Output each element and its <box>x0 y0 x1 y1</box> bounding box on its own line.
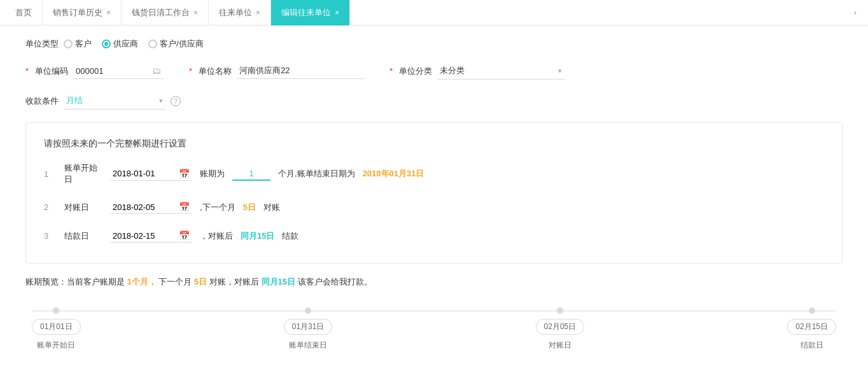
unit-code-required: * <box>25 66 29 76</box>
preview-reconcile-day: 5日 <box>194 277 207 286</box>
preview-payment-suffix: 该客户会给我打款。 <box>298 277 372 286</box>
tab-sales-order-history-close[interactable]: × <box>106 8 111 17</box>
radio-both-label: 客户/供应商 <box>160 38 204 50</box>
tab-partner-units-label: 往来单位 <box>219 7 252 18</box>
timeline-dot-2 <box>557 307 563 314</box>
unit-info-row: * 单位编码 🗂 * 单位名称 * 单位分类 未分类 ▾ <box>25 62 843 80</box>
period-num-input[interactable] <box>232 167 270 181</box>
period-label-2: 对账日 <box>64 202 102 213</box>
period-box: 请按照未来的一个完整帐期进行设置 1 账单开始日 📅 账期为 个月,账单结束日期… <box>25 122 843 264</box>
timeline-label-2: 对账日 <box>549 340 571 351</box>
period-suffix-3a: ，对账后 <box>200 230 233 242</box>
main-content: 单位类型 客户 供应商 客户/供应商 * 单位编码 <box>0 25 868 387</box>
payment-condition-help-icon[interactable]: ? <box>171 96 181 106</box>
unit-code-label: 单位编码 <box>35 66 68 77</box>
tab-cash-ledger-label: 钱货日清工作台 <box>132 7 190 18</box>
period-suffix-1b: 个月,账单结束日期为 <box>278 168 355 179</box>
timeline-badge-1: 01月31日 <box>284 319 333 335</box>
tab-home[interactable]: 首页 <box>5 0 43 25</box>
timeline-label-1: 账单结束日 <box>289 340 327 351</box>
preview-label: 账期预览：当前客户账期是 <box>25 277 125 286</box>
tab-cash-ledger-close[interactable]: × <box>193 8 198 17</box>
period-index-3: 3 <box>44 231 57 241</box>
preview-period: 1个月， <box>127 277 157 286</box>
unit-name-group: * 单位名称 <box>189 64 364 79</box>
tab-edit-partner[interactable]: 编辑往来单位 × <box>271 0 350 25</box>
period-row-1: 1 账单开始日 📅 账期为 个月,账单结束日期为 2018年01月31日 <box>44 162 824 185</box>
radio-group: 客户 供应商 客户/供应商 <box>64 38 204 50</box>
period-label-1: 账单开始日 <box>64 162 102 185</box>
unit-code-input[interactable] <box>73 64 150 78</box>
unit-category-select[interactable]: 未分类 ▾ <box>437 62 564 80</box>
radio-customer-circle <box>64 39 73 48</box>
payment-condition-row: 收款条件 月结 ▾ ? <box>25 92 843 109</box>
tab-edit-partner-close[interactable]: × <box>335 8 339 17</box>
payment-condition-value: 月结 <box>66 95 157 106</box>
payment-condition-label: 收款条件 <box>25 95 59 107</box>
period-date-3-wrap: 📅 <box>110 229 192 243</box>
period-date-2-input[interactable] <box>113 202 176 212</box>
preview-reconcile-suffix: 对账，对账后 <box>209 277 259 286</box>
period-row3-highlight: 同月15日 <box>241 230 274 242</box>
timeline-dot-3 <box>809 307 815 314</box>
period-date-1-input[interactable] <box>113 169 176 178</box>
period-end-date: 2018年01月31日 <box>363 168 424 179</box>
period-row2-highlight: 5日 <box>243 202 256 213</box>
payment-condition-select[interactable]: 月结 ▾ <box>64 92 165 109</box>
period-suffix-2a: ,下一个月 <box>200 202 235 213</box>
timeline-node-3: 02月15日 结款日 <box>787 303 836 351</box>
period-label-3: 结款日 <box>64 230 102 242</box>
period-suffix-2b: 对账 <box>263 202 280 213</box>
timeline-node-2: 02月05日 对账日 <box>536 303 585 351</box>
arrow-right-icon: › <box>854 8 857 17</box>
radio-supplier-circle <box>102 39 111 48</box>
tab-home-label: 首页 <box>15 7 32 18</box>
period-date-1-calendar-icon[interactable]: 📅 <box>179 169 190 179</box>
tabs-bar: 首页 销售订单历史 × 钱货日清工作台 × 往来单位 × 编辑往来单位 × › <box>0 0 868 25</box>
unit-name-input[interactable] <box>237 64 364 79</box>
unit-category-required: * <box>389 66 393 76</box>
timeline-badge-3: 02月15日 <box>787 319 836 335</box>
unit-category-arrow-icon: ▾ <box>558 67 562 75</box>
tab-sales-order-history[interactable]: 销售订单历史 × <box>43 0 122 25</box>
unit-type-label: 单位类型 <box>25 38 59 50</box>
payment-condition-arrow-icon: ▾ <box>159 97 163 105</box>
period-date-2-wrap: 📅 <box>110 201 192 214</box>
tab-edit-partner-label: 编辑往来单位 <box>281 7 331 18</box>
period-date-3-calendar-icon[interactable]: 📅 <box>179 230 190 241</box>
period-date-1-wrap: 📅 <box>110 167 192 181</box>
unit-code-field-wrap: 🗂 <box>73 64 164 79</box>
unit-type-group: 单位类型 客户 供应商 客户/供应商 <box>25 38 204 50</box>
unit-name-label: 单位名称 <box>199 66 232 77</box>
timeline-label-3: 结款日 <box>801 340 823 351</box>
period-row-3: 3 结款日 📅 ，对账后 同月15日 结款 <box>44 229 824 243</box>
tab-partner-units-close[interactable]: × <box>256 8 260 17</box>
tabs-arrow[interactable]: › <box>848 0 863 25</box>
unit-category-group: * 单位分类 未分类 ▾ <box>389 62 564 80</box>
period-date-3-input[interactable] <box>113 231 176 241</box>
unit-type-row: 单位类型 客户 供应商 客户/供应商 <box>25 38 843 50</box>
unit-code-group: * 单位编码 🗂 <box>25 64 164 79</box>
tab-cash-ledger[interactable]: 钱货日清工作台 × <box>122 0 209 25</box>
radio-customer[interactable]: 客户 <box>64 38 92 50</box>
timeline-label-0: 账单开始日 <box>37 340 75 351</box>
timeline-badge-2: 02月05日 <box>536 319 585 335</box>
period-index-1: 1 <box>44 169 57 179</box>
timeline-node-0: 01月01日 账单开始日 <box>32 303 81 351</box>
timeline-dot-0 <box>53 307 59 314</box>
unit-code-calendar-icon[interactable]: 🗂 <box>150 66 164 76</box>
radio-supplier[interactable]: 供应商 <box>102 38 138 50</box>
period-row-2: 2 对账日 📅 ,下一个月 5日 对账 <box>44 201 824 214</box>
timeline-badge-0: 01月01日 <box>32 319 81 335</box>
timeline-node-1: 01月31日 账单结束日 <box>284 303 333 351</box>
preview-text: 账期预览：当前客户账期是 1个月， 下一个月 5日 对账，对账后 同月15日 该… <box>25 276 843 288</box>
radio-both[interactable]: 客户/供应商 <box>148 38 204 50</box>
period-date-2-calendar-icon[interactable]: 📅 <box>179 202 190 212</box>
unit-name-required: * <box>189 66 192 76</box>
radio-customer-label: 客户 <box>75 38 92 50</box>
tab-partner-units[interactable]: 往来单位 × <box>209 0 271 25</box>
timeline-dot-1 <box>305 307 311 314</box>
period-index-2: 2 <box>44 202 57 212</box>
timeline: 01月01日 账单开始日 01月31日 账单结束日 02月05日 对账日 02月… <box>25 303 843 351</box>
timeline-nodes: 01月01日 账单开始日 01月31日 账单结束日 02月05日 对账日 02月… <box>32 303 836 351</box>
